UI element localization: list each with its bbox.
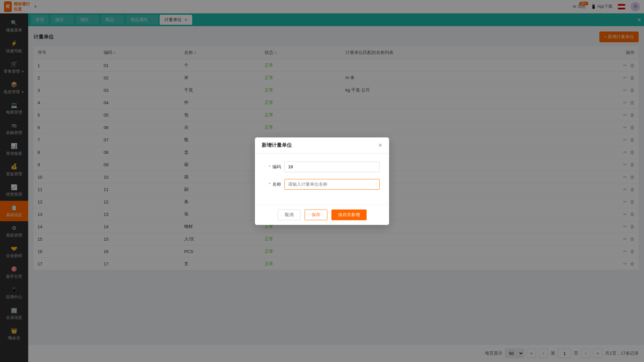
code-form-item: * 编码 [264,162,380,172]
modal-close-button[interactable]: ✕ [378,142,382,148]
cancel-button[interactable]: 取消 [278,209,301,220]
name-input[interactable] [284,179,380,190]
modal-body: * 编码 * 名称 [255,154,389,204]
add-measure-unit-modal: 新增计量单位 ✕ * 编码 * 名称 取消 保存 保存并新增 [255,137,389,225]
save-and-new-button[interactable]: 保存并新增 [331,209,367,220]
modal-title: 新增计量单位 [262,142,292,148]
modal-header: 新增计量单位 ✕ [255,137,389,154]
name-required-mark: * [269,182,270,187]
save-button[interactable]: 保存 [305,209,327,220]
modal-footer: 取消 保存 保存并新增 [255,204,389,225]
code-input[interactable] [284,162,380,172]
modal-overlay: 新增计量单位 ✕ * 编码 * 名称 取消 保存 保存并新增 [0,0,644,362]
code-required-mark: * [269,164,270,169]
name-form-label: * 名称 [264,181,281,187]
code-form-label: * 编码 [264,164,281,170]
name-form-item: * 名称 [264,179,380,190]
